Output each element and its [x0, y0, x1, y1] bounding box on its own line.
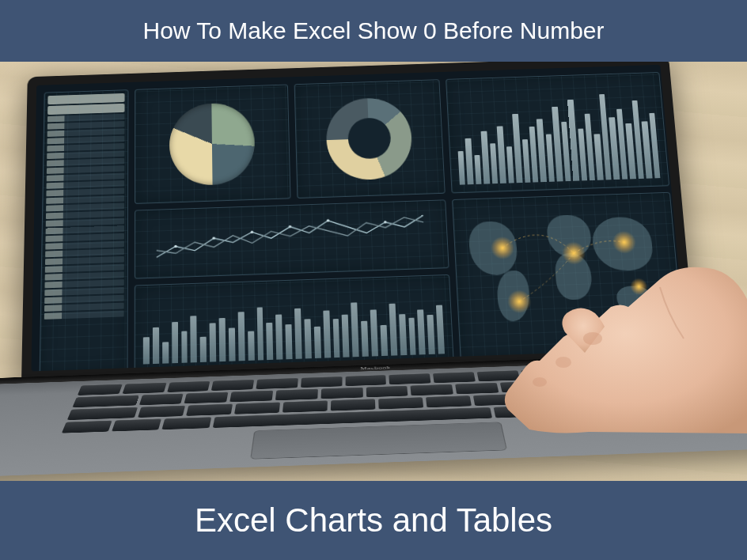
table-row	[47, 128, 125, 137]
keyboard-key	[378, 397, 423, 409]
table-row	[46, 210, 124, 219]
bar	[567, 100, 579, 181]
keyboard-key	[282, 400, 328, 412]
bar	[458, 151, 466, 185]
bar	[323, 310, 331, 358]
table-row	[47, 114, 125, 123]
laptop-screen	[32, 65, 686, 372]
bar	[389, 304, 397, 355]
keyboard-key	[229, 391, 273, 403]
keyboard-key	[78, 384, 123, 395]
bar	[370, 310, 378, 357]
bar	[497, 126, 506, 184]
svg-point-3	[289, 225, 292, 229]
bar	[561, 122, 571, 181]
table-row	[46, 195, 124, 204]
bar	[427, 314, 435, 354]
bar	[649, 113, 660, 178]
bar	[172, 322, 178, 363]
footer-banner: Excel Charts and Tables	[0, 481, 747, 560]
keyboard-key	[477, 370, 520, 381]
keyboard-key	[331, 399, 376, 411]
table-row	[45, 264, 124, 273]
table-row	[47, 150, 124, 159]
table-row	[45, 233, 124, 242]
table-row	[44, 303, 124, 312]
keyboard-key	[138, 406, 185, 418]
bar	[599, 94, 612, 180]
keyboard-key	[320, 388, 362, 399]
bar	[594, 134, 604, 180]
keyboard-key	[426, 395, 472, 407]
keyboard-key	[162, 417, 211, 429]
keyboard-key	[411, 384, 453, 396]
bar	[237, 312, 245, 361]
bar	[153, 327, 159, 364]
dashboard-table-panel	[40, 89, 129, 371]
table-row	[45, 256, 124, 265]
dashboard-line-panel	[135, 199, 449, 278]
keyboard-key	[62, 421, 112, 433]
svg-point-0	[174, 245, 177, 248]
bar	[417, 309, 426, 354]
bar	[399, 314, 407, 355]
table-row	[44, 287, 123, 296]
bar	[248, 331, 255, 361]
table-row	[45, 240, 124, 249]
table-row	[46, 202, 124, 211]
bar	[642, 121, 653, 179]
table-row	[44, 310, 124, 319]
keyboard-key	[543, 404, 593, 417]
table-row	[47, 143, 124, 152]
keyboard-key	[122, 383, 166, 394]
bar	[200, 337, 207, 362]
keyboard-key	[256, 378, 298, 389]
map-routes-icon	[453, 193, 684, 360]
line-chart-icon	[142, 206, 442, 271]
table-row	[47, 165, 124, 174]
bar	[490, 143, 498, 184]
dashboard-bar-bottom-panel	[135, 274, 454, 372]
table-row	[47, 158, 124, 167]
bar	[585, 113, 596, 180]
bar	[342, 315, 350, 358]
keyboard-key	[564, 367, 609, 378]
footer-title: Excel Charts and Tables	[195, 501, 552, 539]
bar	[286, 324, 293, 359]
header-banner: How To Make Excel Show 0 Before Number	[0, 0, 747, 62]
table-row	[47, 173, 125, 182]
bar	[465, 138, 474, 184]
table-row	[47, 121, 125, 130]
bar	[332, 319, 340, 358]
table-header	[47, 93, 124, 104]
keyboard-key	[167, 381, 210, 392]
bar	[436, 305, 445, 354]
bar	[361, 320, 369, 357]
dashboard-donut-panel	[294, 79, 446, 199]
table-row	[46, 225, 124, 234]
keyboard-key	[589, 378, 635, 389]
bar	[609, 117, 620, 180]
bar	[275, 314, 282, 359]
bar	[408, 318, 416, 355]
bar	[162, 342, 169, 363]
bar	[267, 323, 274, 360]
bar	[537, 119, 547, 182]
table-row	[47, 136, 125, 145]
bar	[380, 325, 387, 356]
bar	[578, 129, 587, 181]
keyboard-key	[366, 386, 408, 398]
pie-chart-icon	[169, 102, 256, 186]
bar	[616, 108, 628, 179]
bar	[521, 139, 530, 183]
bar	[210, 324, 217, 362]
keyboard-key	[544, 380, 590, 391]
keyboard-key	[389, 373, 431, 384]
bar	[481, 131, 490, 184]
keyboard-key	[567, 391, 616, 403]
table-row	[46, 218, 124, 227]
table-header	[47, 104, 124, 115]
svg-point-5	[384, 221, 387, 224]
table-row	[47, 180, 125, 189]
donut-chart-icon	[325, 96, 413, 180]
